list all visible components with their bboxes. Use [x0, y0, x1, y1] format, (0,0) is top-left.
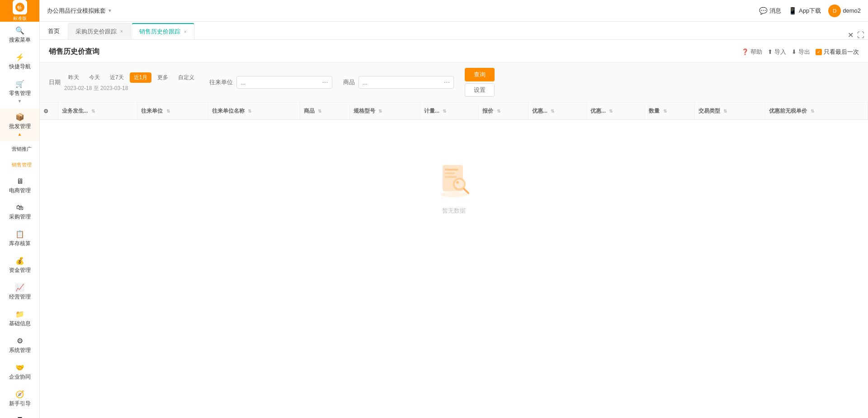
svg-point-2 — [440, 192, 467, 197]
query-button[interactable]: 查询 — [465, 68, 495, 81]
import-icon: ⬆ — [768, 48, 773, 55]
th-product-label: 商品 — [304, 108, 315, 114]
th-partner-code[interactable]: 往来单位 ⇅ — [137, 103, 208, 120]
partner-input[interactable] — [241, 79, 322, 86]
sidebar-item-wholesale-label: 批发管理 — [9, 123, 31, 130]
logo-text: 标准版 — [13, 15, 27, 22]
th-unit[interactable]: 计量... ⇅ — [420, 103, 479, 120]
ops-icon: 📈 — [15, 283, 24, 292]
retail-icon: 🛒 — [15, 80, 24, 88]
th-trade-type[interactable]: 交易类型 ⇅ — [694, 103, 765, 120]
tab-purchase[interactable]: 采购历史价跟踪 × — [68, 23, 131, 39]
product-filter: 商品 ··· — [343, 76, 454, 89]
tab-home[interactable]: 首页 — [41, 23, 67, 39]
th-price[interactable]: 报价 ⇅ — [479, 103, 528, 120]
sidebar-item-wholesale[interactable]: 📦 批发管理 ▲ — [0, 108, 39, 141]
date-btn-1month[interactable]: 近1月 — [130, 72, 152, 83]
date-filter: 日期 昨天 今天 近7天 近1月 更多 自定义 2023-02-18 至 202… — [49, 72, 198, 92]
sidebar-item-purchase[interactable]: 🛍 采购管理 — [0, 199, 39, 225]
chevron-up-icon: ▲ — [18, 132, 22, 137]
empty-text: 暂无数据 — [442, 207, 466, 215]
only-last-checkbox[interactable] — [816, 49, 822, 55]
date-range: 2023-02-18 至 2023-03-18 — [64, 85, 198, 92]
svg-rect-5 — [445, 172, 455, 174]
close-window-icon[interactable]: ✕ — [848, 31, 854, 39]
topbar-left: 办公用品行业模拟账套 ▼ — [47, 7, 112, 15]
th-discount1[interactable]: 优惠... ⇅ — [528, 103, 586, 120]
download-icon: 📱 — [788, 7, 797, 15]
sidebar-item-ecommerce[interactable]: 🖥 电商管理 — [0, 173, 39, 199]
th-discount1-label: 优惠... — [532, 108, 547, 114]
page-header-actions: ❓ 帮助 ⬆ 导入 ⬇ 导出 只看最后一次 — [741, 48, 859, 56]
tab-sales[interactable]: 销售历史价跟踪 × — [132, 23, 194, 39]
partner-filter: 往来单位 ··· — [209, 76, 332, 89]
date-btn-today[interactable]: 今天 — [85, 72, 104, 83]
import-button[interactable]: ⬆ 导入 — [768, 48, 786, 56]
svg-text:畅: 畅 — [17, 5, 22, 10]
gear-icon[interactable]: ⚙ — [43, 108, 48, 114]
sidebar-item-enterprise[interactable]: 🤝 企业协同 — [0, 359, 39, 385]
th-quantity[interactable]: 数量 ⇅ — [645, 103, 695, 120]
sidebar-item-retail[interactable]: 🛒 零售管理 ▼ — [0, 75, 39, 108]
sidebar-item-inventory[interactable]: 📋 库存核算 — [0, 225, 39, 252]
th-discount2[interactable]: 优惠... ⇅ — [587, 103, 645, 120]
help-button[interactable]: ❓ 帮助 — [741, 48, 762, 56]
th-gear[interactable]: ⚙ — [40, 103, 58, 120]
tab-purchase-close[interactable]: × — [120, 29, 123, 34]
sidebar-item-shortcut[interactable]: ⚡ 快捷导航 — [0, 48, 39, 75]
sort-icon-partner-code: ⇅ — [166, 109, 170, 114]
sidebar-item-finance[interactable]: 💰 资金管理 — [0, 252, 39, 279]
filter-row: 日期 昨天 今天 近7天 近1月 更多 自定义 2023-02-18 至 202… — [49, 68, 859, 97]
sidebar-item-marketing[interactable]: 营销推广 — [0, 141, 39, 157]
avatar: D — [828, 5, 841, 17]
sidebar-item-ops-label: 经营管理 — [9, 293, 31, 301]
date-btn-more[interactable]: 更多 — [153, 72, 172, 83]
date-btn-yesterday[interactable]: 昨天 — [64, 72, 83, 83]
sort-icon-spec: ⇅ — [378, 109, 382, 114]
topbar-right: 💬 消息 📱 App下载 D demo2 — [759, 5, 861, 17]
guide-icon: 🧭 — [15, 390, 24, 399]
sidebar-item-guide[interactable]: 🧭 新手引导 — [0, 385, 39, 412]
date-btn-7days[interactable]: 近7天 — [106, 72, 128, 83]
maximize-icon[interactable]: ⛶ — [857, 31, 864, 39]
th-partner-name[interactable]: 往来单位名称 ⇅ — [208, 103, 300, 120]
sidebar-item-sales-mgmt[interactable]: 销售管理 — [0, 157, 39, 173]
sidebar-item-ops[interactable]: 📈 经营管理 — [0, 279, 39, 305]
message-button[interactable]: 💬 消息 — [759, 7, 781, 15]
sidebar-item-search[interactable]: 🔍 搜索菜单 — [0, 22, 39, 48]
only-last-label: 只看最后一次 — [824, 48, 859, 56]
th-spec[interactable]: 规格型号 ⇅ — [349, 103, 420, 120]
sidebar-item-marketing-label: 营销推广 — [12, 146, 32, 152]
th-trade-type-label: 交易类型 — [698, 108, 720, 114]
help-icon: ❓ — [741, 48, 749, 55]
tab-sales-label: 销售历史价跟踪 — [139, 28, 180, 36]
th-price-label: 报价 — [482, 108, 493, 114]
chevron-down-icon: ▼ — [108, 8, 112, 13]
workspace-selector[interactable]: 办公用品行业模拟账套 ▼ — [47, 7, 112, 15]
th-pretax-price[interactable]: 优惠前无税单价 ⇅ — [765, 103, 868, 120]
partner-input-wrap[interactable]: ··· — [236, 76, 332, 89]
th-product[interactable]: 商品 ⇅ — [300, 103, 349, 120]
sidebar-item-app-center[interactable]: 📱 应用中心 — [0, 412, 39, 418]
product-input[interactable] — [363, 79, 444, 86]
product-input-wrap[interactable]: ··· — [359, 76, 454, 89]
app-download-button[interactable]: 📱 App下载 — [788, 7, 821, 15]
sidebar-item-basic[interactable]: 📁 基础信息 — [0, 305, 39, 332]
date-btn-custom[interactable]: 自定义 — [174, 72, 198, 83]
sidebar-item-system[interactable]: ⚙ 系统管理 — [0, 332, 39, 359]
settings-button[interactable]: 设置 — [465, 83, 495, 97]
tab-sales-close[interactable]: × — [184, 29, 187, 34]
sidebar-item-guide-label: 新手引导 — [9, 400, 31, 408]
export-button[interactable]: ⬇ 导出 — [792, 48, 810, 56]
user-profile[interactable]: D demo2 — [828, 5, 861, 17]
th-unit-label: 计量... — [424, 108, 439, 114]
only-last-checkbox-label[interactable]: 只看最后一次 — [816, 48, 859, 56]
app-download-label: App下载 — [799, 7, 821, 15]
th-biz-date[interactable]: 业务发生... ⇅ — [58, 103, 137, 120]
product-filter-label: 商品 — [343, 78, 355, 86]
chevron-down-icon: ▼ — [18, 99, 22, 104]
sidebar-item-sales-mgmt-label: 销售管理 — [12, 162, 32, 168]
sidebar-item-inventory-label: 库存核算 — [9, 240, 31, 247]
filter-area: 日期 昨天 今天 近7天 近1月 更多 自定义 2023-02-18 至 202… — [40, 62, 868, 103]
filter-actions: 查询 设置 — [465, 68, 495, 97]
